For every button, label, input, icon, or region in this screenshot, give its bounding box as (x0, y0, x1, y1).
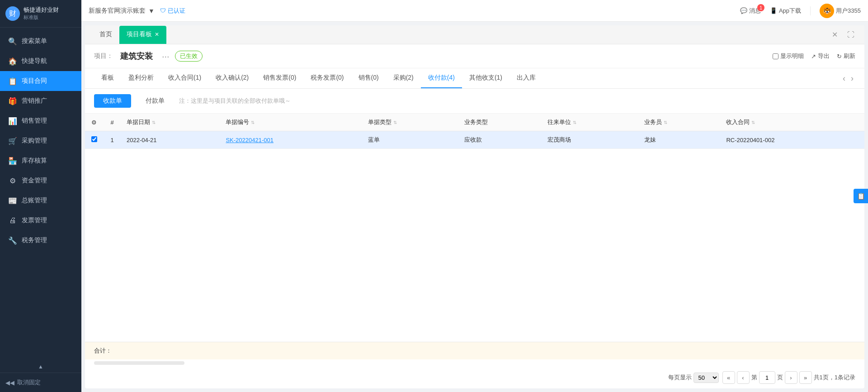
sub-tab-7[interactable]: 采购(2) (386, 68, 421, 88)
sidebar-item-9[interactable]: 🖨发票管理 (0, 210, 81, 230)
export-button[interactable]: ↗ 导出 (811, 52, 830, 60)
messages-button[interactable]: 💬 消息 1 (740, 7, 761, 15)
tab-project-board-label: 项目看板 (127, 30, 152, 38)
sub-tab-1[interactable]: 盈利分析 (121, 68, 161, 88)
page-nav: « ‹ 第 页 › » 共1页，1条记录 (722, 371, 855, 384)
row-checkbox-0[interactable] (91, 136, 97, 142)
sidebar-item-2[interactable]: 📋项目合同 (0, 71, 81, 91)
th-biz-type: 业务类型 (459, 114, 542, 131)
page-prefix: 第 (751, 373, 757, 382)
message-icon: 💬 (740, 7, 747, 14)
th-contract[interactable]: 收入合同⇅ (721, 114, 864, 131)
first-page-button[interactable]: « (722, 371, 735, 384)
fake-scrollbar[interactable] (94, 361, 184, 365)
payment-toggle-button[interactable]: 付款单 (137, 94, 174, 108)
sub-tab-6[interactable]: 销售(0) (351, 68, 386, 88)
app-download-label: App下载 (779, 7, 801, 15)
sub-tab-0[interactable]: 看板 (94, 68, 121, 88)
show-detail-checkbox[interactable]: 显示明细 (773, 52, 804, 60)
page-suffix: 页 (777, 373, 783, 382)
sidebar-item-3[interactable]: 🎁营销推广 (0, 91, 81, 111)
toggle-note: 注：这里是与项目关联的全部收付款单哦～ (179, 97, 291, 105)
app-download-button[interactable]: 📱 App下载 (770, 7, 801, 15)
chevron-down-icon: ▼ (148, 7, 155, 14)
pin-icon: ◀◀ (5, 379, 14, 386)
account-selector[interactable]: 新服务官网演示账套 ▼ (89, 7, 155, 15)
th-date[interactable]: 单据日期⇅ (121, 114, 220, 131)
sidebar: 财 畅捷通好业财 标准版 🔍搜索菜单🏠快捷导航📋项目合同🎁营销推广📊销售管理🛒采… (0, 0, 81, 392)
topbar-divider (810, 6, 811, 15)
th-settings[interactable]: ⚙ (85, 114, 103, 131)
last-page-button[interactable]: » (799, 371, 812, 384)
sidebar-item-8[interactable]: 📰总账管理 (0, 191, 81, 210)
sub-tab-8[interactable]: 收付款(4) (421, 68, 462, 88)
user-button[interactable]: 🐯 用户3355 (820, 4, 861, 18)
sidebar-item-6[interactable]: 🏪库存核算 (0, 151, 81, 171)
prev-page-button[interactable]: ‹ (737, 371, 750, 384)
sub-tab-10[interactable]: 出入库 (509, 68, 543, 88)
pagination: 每页显示 50 10 20 100 « ‹ 第 页 › » 共1页，1条记录 (85, 367, 864, 388)
td-biz-type-0: 应收款 (459, 131, 542, 149)
th-type[interactable]: 单据类型⇅ (363, 114, 459, 131)
sidebar-item-1[interactable]: 🏠快捷导航 (0, 51, 81, 71)
page-input[interactable] (759, 371, 775, 384)
export-icon: ↗ (811, 53, 816, 60)
refresh-icon: ↻ (837, 53, 842, 60)
th-salesman[interactable]: 业务员⇅ (639, 114, 721, 131)
nav-icon-6: 🏪 (8, 156, 17, 165)
td-settings-0 (85, 131, 103, 149)
refresh-label: 刷新 (844, 52, 855, 60)
th-code[interactable]: 单据编号⇅ (220, 114, 362, 131)
nav-icon-10: 🔧 (8, 236, 17, 245)
sidebar-scroll[interactable]: ▲ (0, 361, 81, 373)
maximize-window-button[interactable]: ⛶ (844, 29, 857, 41)
page-size-dropdown[interactable]: 50 10 20 100 (693, 373, 719, 383)
sub-tab-3[interactable]: 收入确认(2) (208, 68, 256, 88)
next-page-button[interactable]: › (785, 371, 797, 384)
table-footer: 合计： (85, 342, 864, 359)
sidebar-item-7[interactable]: ⚙资金管理 (0, 171, 81, 191)
th-num: # (103, 114, 121, 131)
close-window-button[interactable]: ✕ (828, 29, 841, 41)
user-label: 用户3355 (836, 7, 861, 15)
nav-label-0: 搜索菜单 (22, 37, 47, 45)
show-detail-input[interactable] (773, 53, 778, 59)
tabs-bar: 首页 项目看板 ✕ ✕ ⛶ (85, 25, 864, 44)
td-num-0: 1 (103, 131, 121, 149)
sidebar-item-0[interactable]: 🔍搜索菜单 (0, 31, 81, 51)
sub-tab-next-button[interactable]: › (849, 72, 855, 85)
tabs-actions: ✕ ⛶ (828, 29, 857, 41)
tab-close-icon[interactable]: ✕ (155, 31, 159, 38)
nav-label-10: 税务管理 (22, 236, 47, 244)
sub-tab-4[interactable]: 销售发票(0) (256, 68, 303, 88)
sidebar-item-10[interactable]: 🔧税务管理 (0, 230, 81, 250)
total-info: 共1页，1条记录 (814, 373, 855, 382)
nav-label-7: 资金管理 (22, 177, 47, 185)
table-row[interactable]: 1 2022-04-21 SK-20220421-001 蓝单 应收款 宏茂商场… (85, 131, 864, 149)
content-toggle: 收款单 付款单 注：这里是与项目关联的全部收付款单哦～ (85, 89, 864, 114)
receipt-toggle-button[interactable]: 收款单 (94, 94, 131, 108)
sub-tab-9[interactable]: 其他收支(1) (462, 68, 509, 88)
sidebar-item-5[interactable]: 🛒采购管理 (0, 131, 81, 151)
more-options-button[interactable]: ··· (162, 51, 170, 62)
nav-label-4: 销售管理 (22, 117, 47, 125)
td-code-0[interactable]: SK-20220421-001 (220, 131, 362, 149)
sub-tab-5[interactable]: 税务发票(0) (303, 68, 351, 88)
tab-project-board[interactable]: 项目看板 ✕ (119, 26, 166, 44)
float-panel-button[interactable]: 📋 (854, 189, 864, 203)
sidebar-item-4[interactable]: 📊销售管理 (0, 111, 81, 131)
messages-badge: 1 (757, 4, 764, 11)
th-partner[interactable]: 往来单位⇅ (542, 114, 638, 131)
sub-tab-2[interactable]: 收入合同(1) (161, 68, 208, 88)
main-area: 新服务官网演示账套 ▼ 🛡 已认证 💬 消息 1 📱 App下载 🐯 用户335… (81, 0, 868, 392)
content-area: 首页 项目看板 ✕ ✕ ⛶ 项目： 建筑安装 ··· 已生效 显示明细 (85, 25, 864, 388)
refresh-button[interactable]: ↻ 刷新 (837, 52, 855, 60)
app-name: 畅捷通好业财 (24, 6, 59, 14)
page-title-prefix: 项目： (94, 52, 113, 60)
nav-label-2: 项目合同 (22, 77, 47, 85)
topbar-right: 💬 消息 1 📱 App下载 🐯 用户3355 (740, 4, 861, 18)
nav-icon-4: 📊 (8, 116, 17, 125)
sub-tab-prev-button[interactable]: ‹ (841, 72, 847, 85)
cancel-fixed-button[interactable]: ◀◀ 取消固定 (0, 373, 81, 392)
tab-home[interactable]: 首页 (92, 26, 119, 44)
